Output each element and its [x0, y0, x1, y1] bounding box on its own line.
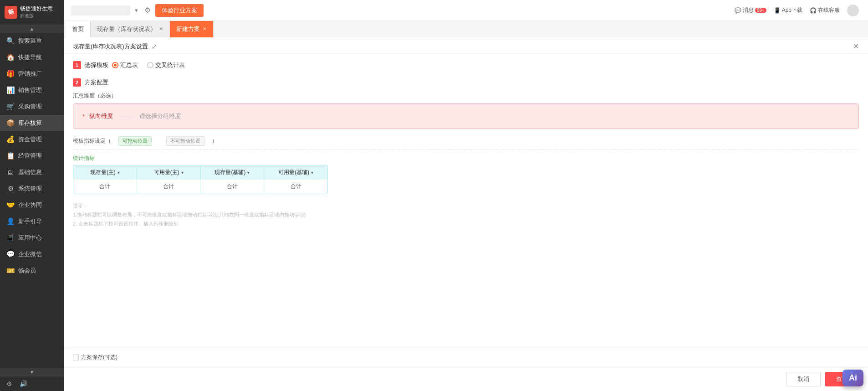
footer-bar: 取消 查询 [64, 367, 868, 391]
dimension-required-star: * [82, 113, 85, 120]
dimension-box[interactable]: * 纵向维度 —— 请选择分组维度 [73, 103, 859, 129]
topbar-dropdown-icon[interactable]: ▾ [135, 7, 138, 14]
sidebar: 畅 畅捷通好生意 标准版 ▲ 🔍 搜索菜单 🏠 快捷导航 🎁 营销推广 📊 销售… [0, 0, 64, 391]
tab-home-label: 首页 [72, 25, 84, 33]
stats-col-available-main-label: 可用量(主) [154, 169, 179, 176]
gift-icon: 🎁 [6, 70, 15, 78]
section2-title: 方案配置 [85, 78, 108, 87]
industry-btn[interactable]: 体验行业方案 [155, 4, 204, 17]
bottom-save-section: 方案保存(可选) [64, 348, 868, 367]
sidebar-item-label: 快捷导航 [18, 53, 42, 62]
stats-label: 统计指标 [73, 154, 859, 162]
sidebar-item-label: 营销推广 [18, 70, 42, 78]
sidebar-item-wechat[interactable]: 💬 企业微信 [0, 246, 64, 262]
volume-icon[interactable]: 🔊 [20, 380, 27, 387]
save-checkbox-label: 方案保存(可选) [81, 354, 117, 361]
sidebar-item-sales[interactable]: 📊 销售管理 [0, 82, 64, 98]
stats-col-available-aux[interactable]: 可用量(基辅) ▾ [264, 165, 327, 180]
indicator-settings-label: 模板指标设定（ [73, 137, 111, 145]
sidebar-item-guide[interactable]: 👤 新手引导 [0, 213, 64, 230]
sidebar-item-member[interactable]: 🎫 畅会员 [0, 262, 64, 279]
panel-expand-icon[interactable]: ⤢ [152, 43, 157, 50]
section1-header: 1 选择模板 汇总表 交叉统计表 [73, 61, 859, 69]
stats-col-available-main[interactable]: 可用量(主) ▾ [137, 165, 201, 180]
sidebar-nav: 🔍 搜索菜单 🏠 快捷导航 🎁 营销推广 📊 销售管理 🛒 采购管理 📦 库存核… [0, 33, 64, 368]
indicator-settings-after: ） [212, 137, 217, 145]
panel-header: 现存量(库存状况表)方案设置 ⤢ ✕ [64, 37, 868, 54]
panel-close-icon[interactable]: ✕ [853, 42, 859, 51]
tips-section: 提示： 1.拖动标题栏可以调整布局，不可跨维度或指标区域拖动栏目字段(只能在同一… [73, 201, 859, 228]
sidebar-item-label: 搜索菜单 [18, 37, 42, 45]
sidebar-item-label: 销售管理 [18, 86, 42, 94]
sidebar-item-purchase[interactable]: 🛒 采购管理 [0, 98, 64, 115]
sidebar-scroll-down[interactable]: ▼ [0, 368, 64, 376]
tab-inventory-status[interactable]: 现存量（库存状况表） ✕ [91, 21, 170, 37]
save-checkbox[interactable]: 方案保存(可选) [73, 354, 117, 361]
radio-crosstab[interactable]: 交叉统计表 [147, 61, 185, 69]
sidebar-item-label: 资金管理 [18, 135, 42, 144]
topbar-user[interactable] [847, 5, 861, 16]
money-icon: 💰 [6, 135, 15, 144]
stats-col-current-main[interactable]: 现存量(主) ▾ [73, 165, 137, 180]
sidebar-item-system[interactable]: ⚙ 系统管理 [0, 180, 64, 197]
draggable-tag: 可拖动位置 [118, 136, 152, 146]
sidebar-item-search[interactable]: 🔍 搜索菜单 [0, 33, 64, 49]
radio-summary-table[interactable]: 汇总表 [112, 61, 138, 69]
chevron-down-icon-2[interactable]: ▾ [247, 170, 250, 175]
stats-col-current-main-label: 现存量(主) [90, 169, 116, 176]
topbar-gear-icon[interactable]: ⚙ [144, 6, 151, 15]
topbar-app-download[interactable]: 📱 App下载 [774, 6, 802, 14]
topbar-messages[interactable]: 💬 消息 99+ [735, 6, 766, 14]
sidebar-item-label: 应用中心 [18, 234, 42, 242]
stats-cell-0: 合计 [73, 180, 137, 194]
tab-new-plan-close-icon[interactable]: ✕ [203, 26, 207, 32]
stats-cell-1: 合计 [137, 180, 201, 194]
radio-crosstab-circle [147, 62, 153, 68]
ai-float-button[interactable]: Ai [842, 370, 863, 386]
sidebar-item-marketing[interactable]: 🎁 营销推广 [0, 66, 64, 82]
sidebar-item-label: 经营管理 [18, 152, 42, 160]
stats-col-current-aux[interactable]: 现存量(基辅) ▾ [201, 165, 265, 180]
tab-home[interactable]: 首页 [66, 21, 91, 37]
radio-summary-circle [112, 62, 118, 68]
handshake-icon: 🤝 [6, 201, 15, 209]
sidebar-item-operations[interactable]: 📋 经营管理 [0, 148, 64, 164]
indicator-settings-row: 模板指标设定（ 可拖动位置 不可拖动位置 ） [73, 136, 859, 150]
chevron-down-icon-1[interactable]: ▾ [181, 170, 184, 175]
stats-section: 统计指标 现存量(主) ▾ 可用量(主) ▾ [73, 154, 859, 194]
sidebar-item-label: 库存核算 [18, 119, 42, 127]
sidebar-item-finance[interactable]: 💰 资金管理 [0, 131, 64, 148]
stats-col-current-aux-label: 现存量(基辅) [214, 169, 245, 176]
sidebar-item-basic-info[interactable]: 🗂 基础信息 [0, 164, 64, 180]
sidebar-item-inventory[interactable]: 📦 库存核算 [0, 115, 64, 131]
stats-cell-3: 合计 [264, 180, 327, 194]
dimension-dashes: —— [120, 113, 132, 120]
tab-new-plan[interactable]: 新建方案 ✕ [170, 21, 214, 37]
user-avatar [847, 5, 859, 16]
headset-icon: 🎧 [810, 7, 817, 14]
phone-icon: 📱 [774, 7, 781, 14]
chart-icon: 📊 [6, 86, 15, 94]
settings-icon[interactable]: ⚙ [6, 380, 12, 387]
chevron-down-icon-0[interactable]: ▾ [117, 170, 120, 175]
panel-title: 现存量(库存状况表)方案设置 [73, 42, 148, 51]
sidebar-item-enterprise[interactable]: 🤝 企业协同 [0, 197, 64, 213]
tips-title: 提示： [73, 203, 88, 208]
topbar-online-service[interactable]: 🎧 在线客服 [810, 6, 840, 14]
sidebar-item-label: 采购管理 [18, 103, 42, 111]
chevron-down-icon-3[interactable]: ▾ [311, 170, 313, 175]
tab-new-plan-label: 新建方案 [176, 25, 200, 33]
section1-number: 1 [73, 61, 81, 69]
folder-icon: 🗂 [6, 168, 15, 176]
dimension-placeholder: 请选择分组维度 [139, 112, 181, 120]
stats-table: 现存量(主) ▾ 可用量(主) ▾ 现存量(基辅) ▾ [73, 165, 328, 194]
tab-inventory-close-icon[interactable]: ✕ [159, 26, 163, 32]
sidebar-item-quick-nav[interactable]: 🏠 快捷导航 [0, 49, 64, 66]
tabbar: 首页 现存量（库存状况表） ✕ 新建方案 ✕ [64, 21, 868, 37]
topbar-search-input[interactable] [71, 5, 130, 15]
save-checkbox-box[interactable] [73, 355, 79, 360]
sidebar-item-label: 系统管理 [18, 185, 42, 193]
sidebar-item-apps[interactable]: 📱 应用中心 [0, 230, 64, 246]
cancel-button[interactable]: 取消 [786, 372, 821, 386]
sidebar-scroll-up[interactable]: ▲ [0, 25, 64, 33]
